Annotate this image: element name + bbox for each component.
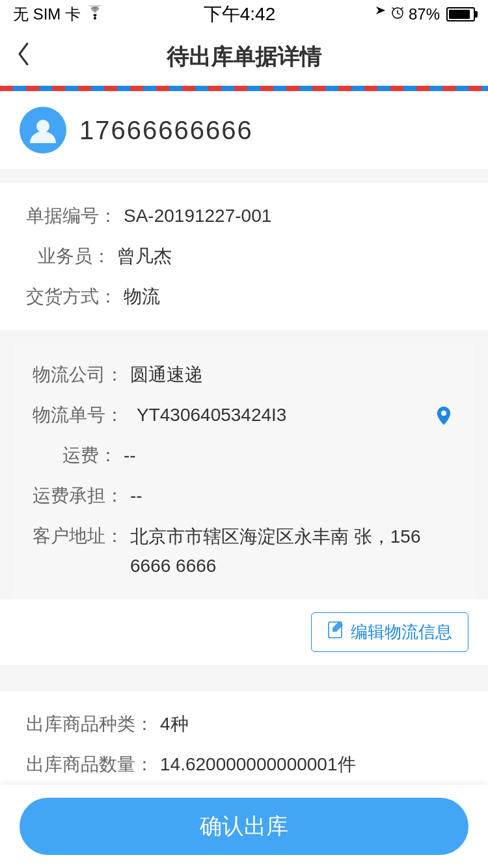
- back-button[interactable]: [16, 41, 31, 73]
- edit-logistics-label: 编辑物流信息: [351, 621, 452, 644]
- carrier-text: 无 SIM 卡: [13, 4, 81, 25]
- user-avatar: [20, 107, 66, 154]
- address-row: 客户地址： 北京市市辖区海淀区永丰南 张，156 6666 6666: [33, 522, 455, 581]
- status-time: 下午4:42: [204, 2, 276, 27]
- freight-label: 运费：: [33, 442, 124, 469]
- company-row: 物流公司： 圆通速递: [33, 361, 455, 388]
- company-value: 圆通速递: [130, 361, 455, 388]
- freight-value: --: [124, 442, 455, 469]
- confirm-outbound-button[interactable]: 确认出库: [20, 798, 468, 855]
- tracking-value: YT43064053424I3: [137, 401, 426, 429]
- basic-info-section: 单据编号： SA-20191227-001 业务员： 曾凡杰 交货方式： 物流: [0, 183, 488, 330]
- product-section: 出库商品种类： 4种 出库商品数量： 14.620000000000001件: [0, 691, 488, 798]
- document-label: 单据编号：: [26, 202, 124, 230]
- user-phone: 17666666666: [79, 116, 253, 145]
- edit-logistics-button[interactable]: 编辑物流信息: [311, 612, 468, 652]
- svg-point-4: [441, 411, 446, 416]
- status-bar: 无 SIM 卡 下午4:42 87%: [0, 0, 488, 29]
- alarm-icon: [390, 5, 405, 23]
- battery-percent: 87%: [409, 5, 440, 23]
- battery-icon: [446, 7, 475, 21]
- delivery-value: 物流: [124, 283, 462, 310]
- nav-bar: 待出库单据详情: [0, 29, 488, 86]
- wifi-icon: [86, 5, 104, 23]
- edit-logistics-area: 编辑物流信息: [0, 599, 488, 665]
- tracking-label: 物流单号：: [33, 401, 130, 429]
- status-right: 87%: [375, 5, 475, 23]
- freight-bear-value: --: [130, 482, 455, 509]
- document-value: SA-20191227-001: [124, 202, 462, 230]
- freight-row: 运费： --: [33, 442, 455, 469]
- svg-point-0: [94, 17, 96, 20]
- section-divider-1: [0, 665, 488, 678]
- dashed-border: [0, 86, 488, 91]
- address-value: 北京市市辖区海淀区永丰南 张，156 6666 6666: [130, 522, 455, 581]
- map-pin-icon[interactable]: [432, 403, 455, 427]
- address-label: 客户地址：: [33, 522, 130, 550]
- product-types-label: 出库商品种类：: [26, 711, 160, 738]
- salesperson-row: 业务员： 曾凡杰: [26, 243, 462, 270]
- freight-bear-label: 运费承担：: [33, 482, 130, 509]
- delivery-row: 交货方式： 物流: [26, 283, 462, 310]
- product-quantity-row: 出库商品数量： 14.620000000000001件: [26, 751, 462, 778]
- product-types-value: 4种: [160, 711, 462, 738]
- salesperson-label: 业务员：: [26, 243, 117, 270]
- product-quantity-label: 出库商品数量：: [26, 751, 160, 778]
- freight-bear-row: 运费承担： --: [33, 482, 455, 509]
- svg-point-2: [36, 120, 49, 133]
- user-header: 17666666666: [0, 91, 488, 170]
- company-label: 物流公司：: [33, 361, 130, 388]
- page-title: 待出库单据详情: [167, 42, 321, 72]
- delivery-label: 交货方式：: [26, 283, 124, 310]
- document-row: 单据编号： SA-20191227-001: [26, 202, 462, 230]
- confirm-button-label: 确认出库: [200, 811, 288, 841]
- product-types-row: 出库商品种类： 4种: [26, 711, 462, 738]
- tracking-row: 物流单号： YT43064053424I3: [33, 401, 455, 429]
- confirm-button-wrap: 确认出库: [0, 785, 488, 868]
- location-icon: [375, 5, 386, 23]
- logistics-section: 物流公司： 圆通速递 物流单号： YT43064053424I3 运费： -- …: [13, 343, 475, 599]
- salesperson-value: 曾凡杰: [117, 243, 462, 270]
- status-left: 无 SIM 卡: [13, 4, 104, 25]
- edit-icon: [327, 621, 346, 644]
- product-quantity-value: 14.620000000000001件: [160, 751, 462, 778]
